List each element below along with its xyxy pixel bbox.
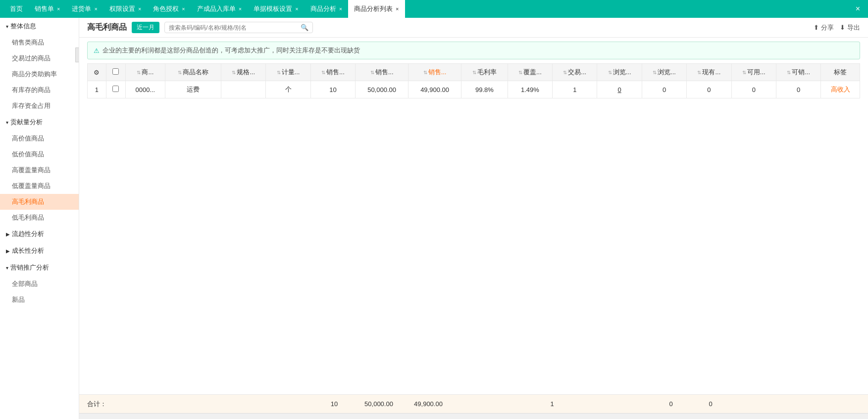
sidebar-item-low-margin[interactable]: 低毛利商品 bbox=[0, 210, 79, 226]
row-coverage: 1.49% bbox=[508, 81, 552, 98]
arrow-growth-icon: ▶ bbox=[6, 248, 10, 254]
sidebar-item-high-margin[interactable]: 高毛利商品 bbox=[0, 194, 79, 210]
sidebar-collapse-button[interactable]: 《 bbox=[75, 47, 79, 62]
close-product-analysis-list-icon[interactable]: × bbox=[396, 6, 399, 12]
nav-product-analysis-list[interactable]: 商品分析列表 × bbox=[348, 0, 405, 18]
col-current-stock[interactable]: ⇅现有... bbox=[687, 64, 731, 81]
table-body: 1 0000... 运费 个 10 50,000.00 49,900.00 99… bbox=[88, 81, 860, 98]
row-code: 0000... bbox=[126, 81, 165, 98]
close-product-inbound-icon[interactable]: × bbox=[239, 6, 242, 12]
nav-product-inbound[interactable]: 产成品入库单 × bbox=[191, 0, 248, 18]
footer-sales-qty: 10 bbox=[314, 400, 354, 408]
col-sales-cost[interactable]: ⇅销售... bbox=[408, 64, 461, 81]
export-icon: ⬇ bbox=[840, 24, 845, 31]
col-tag: 标签 bbox=[821, 64, 860, 81]
content-area: 高毛利商品 近一月 🔍 ⬆ 分享 ⬇ 导出 ⚠ 企业的主要的利润都是这部分商品创… bbox=[79, 18, 868, 419]
col-browse2[interactable]: ⇅浏览... bbox=[642, 64, 686, 81]
col-sales-qty[interactable]: ⇅销售... bbox=[310, 64, 355, 81]
sidebar-item-new-goods[interactable]: 新品 bbox=[0, 292, 79, 308]
footer-transaction: 1 bbox=[532, 400, 572, 408]
col-gross-margin[interactable]: ⇅毛利率 bbox=[461, 64, 508, 81]
nav-template-setting[interactable]: 单据模板设置 × bbox=[248, 0, 304, 18]
row-gross-margin: 99.8% bbox=[461, 81, 508, 98]
bottom-scrollbar[interactable] bbox=[79, 413, 868, 419]
nav-home[interactable]: 首页 bbox=[4, 0, 29, 18]
search-input[interactable] bbox=[169, 24, 301, 31]
nav-product-analysis[interactable]: 商品分析 × bbox=[305, 0, 348, 18]
row-index: 1 bbox=[88, 81, 106, 98]
close-window-button[interactable]: × bbox=[852, 4, 864, 13]
close-product-analysis-icon[interactable]: × bbox=[339, 6, 342, 12]
sidebar-section-trend[interactable]: ▶ 流趋性分析 bbox=[0, 226, 79, 242]
export-button[interactable]: ⬇ 导出 bbox=[840, 23, 860, 32]
row-transaction: 1 bbox=[553, 81, 597, 98]
col-unit[interactable]: ⇅计量... bbox=[266, 64, 310, 81]
sidebar-section-overall[interactable]: ▾ 整体信息 bbox=[0, 18, 79, 35]
product-table: ⚙ ⇅商... ⇅商品名称 ⇅规格... ⇅计量... ⇅销售... ⇅销售..… bbox=[87, 63, 860, 98]
table-wrapper: ⚙ ⇅商... ⇅商品名称 ⇅规格... ⇅计量... ⇅销售... ⇅销售..… bbox=[79, 63, 868, 394]
col-coverage[interactable]: ⇅覆盖... bbox=[508, 64, 552, 81]
time-filter-button[interactable]: 近一月 bbox=[132, 22, 159, 33]
col-settings[interactable]: ⚙ bbox=[88, 64, 106, 81]
main-layout: ▾ 整体信息 销售类商品 交易过的商品 商品分类助购率 有库存的商品 库存资金占… bbox=[0, 18, 868, 419]
col-browse1[interactable]: ⇅浏览... bbox=[597, 64, 642, 81]
search-box: 🔍 bbox=[164, 22, 313, 33]
arrow-trend-icon: ▶ bbox=[6, 232, 10, 237]
nav-role-auth[interactable]: 角色授权 × bbox=[147, 0, 191, 18]
arrow-contribution-icon: ▾ bbox=[6, 120, 8, 125]
close-sales-order-icon[interactable]: × bbox=[57, 6, 60, 12]
close-template-icon[interactable]: × bbox=[295, 6, 298, 12]
nav-permission-setting[interactable]: 权限设置 × bbox=[103, 0, 147, 18]
nav-sales-order[interactable]: 销售单 × bbox=[29, 0, 66, 18]
arrow-marketing-icon: ▾ bbox=[6, 265, 8, 271]
content-header: 高毛利商品 近一月 🔍 ⬆ 分享 ⬇ 导出 bbox=[79, 18, 868, 38]
sidebar-item-in-stock[interactable]: 有库存的商品 bbox=[0, 82, 79, 98]
col-available[interactable]: ⇅可用... bbox=[731, 64, 776, 81]
info-banner: ⚠ 企业的主要的利润都是这部分商品创造的，可考虑加大推广，同时关注库存是不要出现… bbox=[87, 42, 860, 59]
collapse-icon: 《 bbox=[76, 50, 80, 59]
col-transaction[interactable]: ⇅交易... bbox=[553, 64, 597, 81]
sidebar-item-category-rate[interactable]: 商品分类助购率 bbox=[0, 66, 79, 82]
close-role-auth-icon[interactable]: × bbox=[182, 6, 185, 12]
sidebar-item-traded-goods[interactable]: 交易过的商品 bbox=[0, 50, 79, 66]
sidebar-section-marketing[interactable]: ▾ 营销推广分析 bbox=[0, 259, 79, 276]
col-name[interactable]: ⇅商品名称 bbox=[165, 64, 221, 81]
nav-purchase-order[interactable]: 进货单 × bbox=[66, 0, 103, 18]
row-browse1[interactable]: 0 bbox=[597, 81, 642, 98]
sidebar-item-sales-goods[interactable]: 销售类商品 bbox=[0, 35, 79, 50]
page-title: 高毛利商品 bbox=[87, 22, 127, 33]
col-sales-amount[interactable]: ⇅销售... bbox=[356, 64, 408, 81]
search-icon[interactable]: 🔍 bbox=[301, 24, 308, 31]
col-code[interactable]: ⇅商... bbox=[126, 64, 165, 81]
share-button[interactable]: ⬆ 分享 bbox=[814, 23, 834, 32]
sidebar-item-stock-capital[interactable]: 库存资金占用 bbox=[0, 98, 79, 114]
row-sellable: 0 bbox=[776, 81, 820, 98]
header-actions: ⬆ 分享 ⬇ 导出 bbox=[814, 23, 860, 32]
col-spec[interactable]: ⇅规格... bbox=[221, 64, 265, 81]
close-purchase-order-icon[interactable]: × bbox=[94, 6, 97, 12]
top-nav: 首页 销售单 × 进货单 × 权限设置 × 角色授权 × 产成品入库单 × 单据… bbox=[0, 0, 868, 18]
sidebar-section-contribution-items: 高价值商品 低价值商品 高覆盖量商品 低覆盖量商品 高毛利商品 低毛利商品 bbox=[0, 131, 79, 226]
sidebar-item-high-value[interactable]: 高价值商品 bbox=[0, 131, 79, 146]
sidebar-item-low-value[interactable]: 低价值商品 bbox=[0, 146, 79, 162]
select-all-checkbox[interactable] bbox=[112, 68, 119, 75]
sidebar-item-all-goods[interactable]: 全部商品 bbox=[0, 276, 79, 292]
row-checkbox[interactable] bbox=[106, 81, 125, 98]
arrow-overall-icon: ▾ bbox=[6, 24, 8, 29]
share-icon: ⬆ bbox=[814, 24, 819, 31]
sidebar-section-growth[interactable]: ▶ 成长性分析 bbox=[0, 242, 79, 259]
row-select-checkbox[interactable] bbox=[112, 86, 119, 92]
info-icon: ⚠ bbox=[94, 47, 100, 54]
footer-total: 合计： 10 50,000.00 49,900.00 1 0 0 bbox=[79, 394, 868, 413]
footer-cells: 10 50,000.00 49,900.00 1 0 0 bbox=[116, 400, 860, 408]
close-permission-icon[interactable]: × bbox=[138, 6, 141, 12]
sidebar: ▾ 整体信息 销售类商品 交易过的商品 商品分类助购率 有库存的商品 库存资金占… bbox=[0, 18, 79, 419]
sidebar-section-contribution[interactable]: ▾ 贡献量分析 bbox=[0, 114, 79, 131]
col-sellable[interactable]: ⇅可销... bbox=[776, 64, 820, 81]
row-sales-cost: 49,900.00 bbox=[408, 81, 461, 98]
footer-current-stock: 0 bbox=[651, 400, 691, 408]
row-sales-amount: 50,000.00 bbox=[356, 81, 408, 98]
row-sales-qty: 10 bbox=[310, 81, 355, 98]
sidebar-item-high-coverage[interactable]: 高覆盖量商品 bbox=[0, 162, 79, 178]
sidebar-item-low-coverage[interactable]: 低覆盖量商品 bbox=[0, 178, 79, 194]
